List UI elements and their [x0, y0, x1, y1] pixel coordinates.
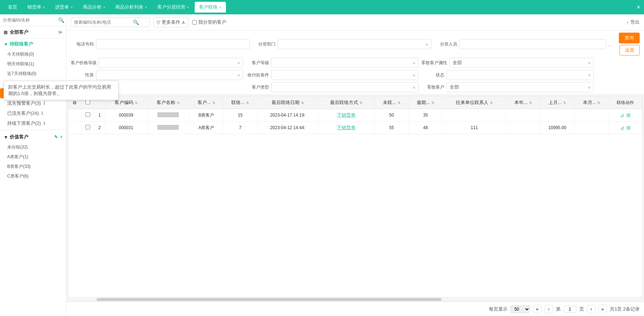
row2-link-icon[interactable]: ⊿	[620, 125, 624, 131]
close-sales-tab[interactable]: ×	[43, 5, 45, 9]
data-table: ⚙ 客户编码 ⇅	[68, 96, 642, 134]
row2-code: 000031	[105, 122, 147, 134]
sidebar-all-customers[interactable]: ⊞ 全部客户 ≫	[0, 26, 66, 39]
select-all-checkbox[interactable]	[85, 100, 90, 104]
my-customers-checkbox[interactable]	[192, 20, 197, 25]
row1-last-method-link[interactable]: 下销货单	[337, 112, 356, 118]
status-arrow: ∨	[588, 73, 590, 77]
sort-icon: ⇅	[431, 101, 434, 105]
prev-page-button[interactable]: ‹	[545, 305, 553, 313]
tab-sales[interactable]: 销货单 ×	[23, 2, 49, 13]
status-select[interactable]: ∨	[446, 70, 594, 80]
home-tab[interactable]: 首页	[4, 2, 22, 13]
department-select[interactable]: ∨	[278, 39, 431, 49]
col-last-date: 最后联络日期 ⇅	[257, 96, 318, 109]
payment-arrow: ∨	[413, 73, 415, 77]
filter-row-2: 客户价格等级 ∨ 客户等级 ∨ 零散客户属性 全部	[71, 58, 640, 68]
close-product-analysis-tab[interactable]: ×	[103, 5, 105, 9]
row1-contacts	[443, 109, 506, 122]
manager-input[interactable]	[459, 39, 606, 49]
more-conditions-button[interactable]: ▽ 更多条件 ∧	[153, 17, 189, 27]
manager-dots[interactable]: ...	[606, 41, 613, 47]
nature-select[interactable]: ∨	[96, 70, 243, 80]
export-button[interactable]: ↑ 导出	[627, 19, 640, 25]
sidebar-collapse-btn[interactable]: ≫	[58, 30, 62, 35]
next-page-button[interactable]: ›	[587, 305, 596, 313]
main-layout: 🔍 ⊞ 全部客户 ≫ ▼ 待联络客户 今天待联络(0) 明天待联络(1) 近7天…	[0, 14, 644, 316]
settings-button[interactable]: 设置	[620, 45, 640, 56]
add-icon[interactable]: +	[60, 135, 62, 140]
chevron-up-icon: ∧	[182, 20, 185, 25]
row1-checkbox-input[interactable]	[85, 112, 90, 117]
filter-row-1: 电话号码 分管部门 ∨ 分管人员 ... 查询 设置	[71, 33, 640, 56]
export-icon: ↑	[627, 20, 629, 25]
customer-type-select[interactable]: ∨	[271, 82, 418, 92]
per-page-select[interactable]: 50 100	[510, 305, 530, 313]
close-all-button[interactable]: ×	[636, 4, 640, 11]
sidebar-item-today[interactable]: 今天待联络(0)	[0, 49, 66, 59]
sidebar-item-b-class[interactable]: B类客户(33)	[0, 162, 66, 171]
close-product-analysis-list-tab[interactable]: ×	[145, 5, 147, 9]
customer-grade-select[interactable]: ∨	[271, 58, 418, 68]
scatter-attr-select[interactable]: 全部 ∨	[449, 58, 594, 68]
query-button[interactable]: 查询	[619, 33, 640, 43]
row1-grid-icon[interactable]: ⊞	[626, 112, 631, 118]
sort-icon: ⇅	[490, 101, 493, 105]
row1-unread: 50	[375, 109, 408, 122]
row1-this-month	[575, 109, 608, 122]
sidebar-search-input[interactable]	[3, 18, 57, 23]
sidebar-item-a-class[interactable]: A类客户(1)	[0, 152, 66, 162]
scatter-customer-select[interactable]: 全部 ∨	[446, 82, 594, 92]
sort-icon: ⇅	[246, 101, 249, 105]
sidebar-item-unclassified[interactable]: 未分组(32)	[0, 142, 66, 152]
table-area[interactable]: ⚙ 客户编码 ⇅	[68, 96, 643, 297]
scatter-customer-arrow: ∨	[588, 85, 590, 89]
page-input[interactable]	[564, 306, 576, 313]
table-scrollbar[interactable]	[68, 297, 643, 302]
filter-row-3: 性质 ∨ 收付款条件 ∨ 状态	[71, 70, 640, 80]
nature-label: 性质	[71, 72, 96, 78]
sidebar-group-value[interactable]: ▼ 价值客户 ✎ +	[0, 132, 66, 142]
row2-last-month: 10995.00	[540, 122, 575, 134]
row1-action-icons: ⊿ ⊞	[611, 112, 640, 118]
sidebar-group-pending[interactable]: ▼ 待联络客户	[0, 39, 66, 49]
tab-purchase[interactable]: 进货单 ×	[51, 2, 77, 13]
sidebar-item-declining[interactable]: 持续下滑客户(2) ℹ	[0, 118, 66, 128]
sidebar-item-7days[interactable]: 近7天待联络(0)	[0, 69, 66, 79]
tab-customer-contact[interactable]: 客户联络 ×	[195, 2, 226, 13]
filter-manager: 分管人员 ...	[434, 39, 613, 49]
row2-last-method-link[interactable]: 下销货单	[337, 125, 356, 130]
search-icon[interactable]: 🔍	[133, 19, 139, 25]
close-customer-contact-tab[interactable]: ×	[219, 5, 221, 9]
col-last-month: 上月... ⇅	[540, 96, 575, 109]
search-input[interactable]	[74, 20, 131, 25]
settings-icon[interactable]: ⚙	[73, 100, 77, 105]
first-page-button[interactable]: «	[533, 305, 542, 313]
status-label: 状态	[421, 72, 446, 78]
col-contacts: 往来单位联系人 ⇅	[443, 96, 506, 109]
info-icon: ℹ	[43, 100, 45, 106]
tab-product-analysis[interactable]: 商品分析 ×	[79, 2, 110, 13]
payment-select[interactable]: ∨	[271, 70, 418, 80]
last-page-button[interactable]: »	[598, 305, 607, 313]
my-customers-checkbox-label[interactable]: 我分管的客户	[192, 19, 226, 25]
close-customer-management-tab[interactable]: ×	[187, 5, 189, 9]
row2-grid-icon[interactable]: ⊞	[626, 125, 631, 131]
row2-last-method: 下销货单	[318, 122, 375, 134]
row1-link-icon[interactable]: ⊿	[620, 112, 624, 118]
tab-product-analysis-list[interactable]: 商品分析列表 ×	[111, 2, 151, 13]
sidebar-item-tomorrow[interactable]: 明天待联络(1)	[0, 59, 66, 69]
sidebar-item-churned[interactable]: 已流失客户(24) ℹ	[0, 108, 66, 118]
row2-checkbox-input[interactable]	[85, 125, 90, 129]
close-purchase-tab[interactable]: ×	[70, 5, 73, 9]
phone-input[interactable]	[96, 39, 250, 49]
table-scrollbar-thumb[interactable]	[97, 298, 441, 301]
sort-icon: ⇅	[135, 101, 138, 105]
tab-customer-management[interactable]: 客户分层经营 ×	[153, 2, 193, 13]
edit-icon[interactable]: ✎	[54, 135, 58, 140]
col-action: 联络动作	[608, 96, 642, 109]
price-grade-select[interactable]: ∨	[99, 58, 243, 68]
sidebar-search-icon[interactable]: 🔍	[58, 17, 64, 23]
sidebar-item-c-class[interactable]: C类客户(6)	[0, 171, 66, 181]
col-overdue: 逾期... ⇅	[408, 96, 442, 109]
